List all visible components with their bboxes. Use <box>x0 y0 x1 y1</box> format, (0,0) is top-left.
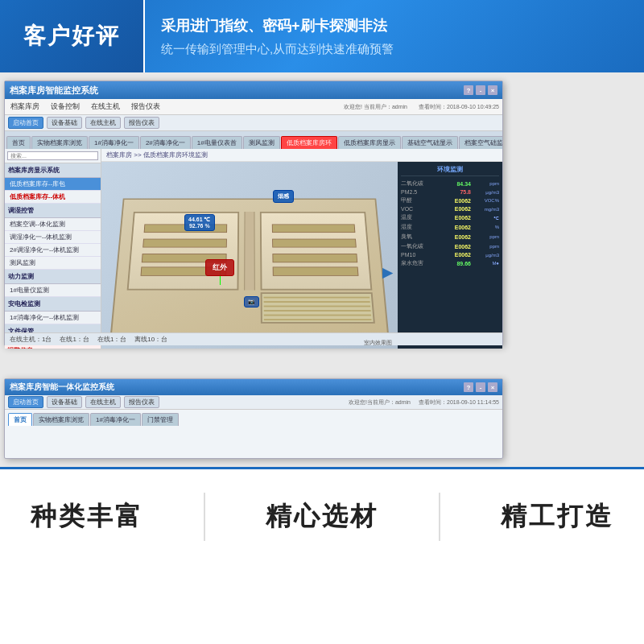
sw2-toolbar: 启动首页 设备基础 在线主机 报告仪表 欢迎您!当前用户：admin 查看时间：… <box>5 395 502 410</box>
env-label-voc-label: 甲醛 <box>401 196 439 204</box>
sidebar-item-env-monitor[interactable]: 低质档案库存--体机 <box>5 191 101 204</box>
env-value-water: 89.66 <box>439 261 471 266</box>
tab-low-quality-display[interactable]: 低质档案库房显示 <box>338 136 401 149</box>
close-button[interactable]: × <box>488 85 497 95</box>
status-online-hosts: 在线主机：1台 <box>10 335 52 344</box>
sidebar-section-humidity: 调湿控管 <box>5 204 101 218</box>
sw2-tab-door[interactable]: 门禁管理 <box>142 413 179 426</box>
env-value-co2: 84.34 <box>439 181 471 187</box>
tab-disinfect1[interactable]: 1#消毒净化一 <box>89 136 139 149</box>
env-value-voc: E0062 <box>439 206 471 212</box>
tab-air-monitor[interactable]: 档案空气础监测 <box>459 136 502 149</box>
env-label-co: 一氧化碳 <box>401 242 439 250</box>
env-value-co: E0062 <box>439 244 471 250</box>
sw2-help-button[interactable]: ? <box>464 382 473 392</box>
env-unit-pm25: μg/m3 <box>471 190 499 195</box>
menu-item-archives[interactable]: 档案库房 <box>8 101 42 112</box>
sidebar-item-wind[interactable]: 测风监测 <box>5 257 101 270</box>
env-label-ozone: 臭氧 <box>401 233 439 241</box>
env-label-voc: VOC <box>401 206 439 212</box>
minimize-button[interactable]: - <box>476 85 485 95</box>
feature-material: 精心选材 <box>266 499 378 535</box>
env-unit-pm10: μg/m3 <box>471 253 499 258</box>
tab-power[interactable]: 1#电量仪表首 <box>192 136 242 149</box>
sw2-toolbar-btn-home[interactable]: 启动首页 <box>8 396 43 408</box>
feature-craft-text: 精工打造 <box>501 499 613 535</box>
software-window-2: 档案库房智能一体化监控系统 ? - × 启动首页 设备基础 在线主机 报告仪表 … <box>4 378 503 459</box>
env-label-co2: 二氧化碳 <box>401 180 439 188</box>
sidebar-item-humid1[interactable]: 调湿净化一--体机监测 <box>5 231 101 244</box>
sensor-infrared-label: 红外 <box>213 263 227 271</box>
customer-review-label: 客户好评 <box>23 21 120 52</box>
sw2-tab-disinfect[interactable]: 1#消毒净化一 <box>90 413 141 426</box>
env-unit-water: M● <box>471 261 499 266</box>
sw1-3d-area: 44.61 ℃ 92.76 % 红外 烟感 <box>101 162 398 349</box>
env-unit-ozone: ppm <box>471 234 499 239</box>
sw1-content: 档案库房 >> 低质档案库房环境监测 <box>101 149 502 349</box>
env-value-humidity: E0062 <box>439 225 471 230</box>
env-value-pm10: E0062 <box>439 252 471 258</box>
sw2-toolbar-btn-device[interactable]: 设备基础 <box>47 396 82 408</box>
env-row-voc2: VOC E0062 mg/m3 <box>401 206 499 212</box>
sw2-tab-home[interactable]: 首页 <box>8 413 32 426</box>
env-unit-humidity: % <box>471 225 499 229</box>
sw2-close-button[interactable]: × <box>488 382 497 392</box>
sidebar-item-ac[interactable]: 档案空调--体化监测 <box>5 218 101 231</box>
toolbar-btn-online[interactable]: 在线主机 <box>85 117 121 129</box>
sidebar-item-power[interactable]: 1#电量仪监测 <box>5 284 101 297</box>
env-row-temp: 温度 E0062 ℃ <box>401 213 499 221</box>
sw2-body: 首页 实物档案库浏览 1#消毒净化一 门禁管理 <box>5 410 502 431</box>
tab-disinfect2[interactable]: 2#消毒净化一 <box>140 136 191 149</box>
env-label-humidity: 湿度 <box>401 223 439 231</box>
env-row-co2: 二氧化碳 84.34 ppm <box>401 180 499 188</box>
sidebar-section-electric: 安电检监测 <box>5 297 101 312</box>
nav-arrow-right[interactable]: ▶ <box>382 265 392 280</box>
tab-home[interactable]: 首页 <box>6 136 31 149</box>
sw1-window-controls[interactable]: ? - × <box>464 85 497 95</box>
sw1-statusbar: 在线主机：1台 在线1：台 在线1：台 离线10：台 <box>5 332 502 345</box>
sidebar-search[interactable] <box>7 151 98 160</box>
tab-physical[interactable]: 实物档案库浏览 <box>31 136 88 149</box>
tab-wind[interactable]: 测风监测 <box>243 136 280 149</box>
env-unit-temp: ℃ <box>471 215 499 221</box>
sidebar-section-display: 档案库房显示系统 <box>5 163 101 178</box>
divider-1 <box>204 493 205 541</box>
sensor-temp-value: 44.61 ℃ <box>188 217 210 223</box>
alarm-title: 报警信息(4/6) <box>7 346 98 349</box>
sidebar-item-disinfect[interactable]: 1#消毒净化一--体机监测 <box>5 312 101 324</box>
tab-low-quality-env[interactable]: 低质档案库房环 <box>281 136 337 149</box>
sw2-toolbar-btn-report[interactable]: 报告仪表 <box>124 396 159 408</box>
status-offline: 离线10：台 <box>134 335 167 344</box>
software-window-1: 档案库房智能监控系统 ? - × 档案库房 设备控制 在线主机 报告仪表 欢迎您… <box>4 80 503 346</box>
sw2-titlebar: 档案库房智能一体化监控系统 ? - × <box>5 379 502 395</box>
sensor-smoke-label: 烟感 <box>278 193 289 199</box>
sw2-minimize-button[interactable]: - <box>476 382 485 392</box>
help-button[interactable]: ? <box>464 85 473 95</box>
env-row-water: 泉水危害 89.66 M● <box>401 259 499 267</box>
bottom-banner: 种类丰富 精心选材 精工打造 <box>0 467 644 564</box>
tab-air-display[interactable]: 基础空气础显示 <box>402 136 458 149</box>
env-row-humidity: 湿度 E0062 % <box>401 223 499 231</box>
menu-item-online[interactable]: 在线主机 <box>89 101 122 112</box>
sw2-toolbar-btn-online[interactable]: 在线主机 <box>85 396 121 408</box>
env-unit-co2: ppm <box>471 181 499 186</box>
top-banner: 客户好评 采用进门指纹、密码+刷卡探测非法 统一传输到管理中心,从而达到快速准确… <box>0 0 644 72</box>
feature-craft: 精工打造 <box>501 499 613 535</box>
toolbar-btn-device[interactable]: 设备基础 <box>47 117 82 129</box>
sw2-header-time: 查看时间：2018-09-10 11:14:55 <box>419 398 499 407</box>
toolbar-btn-home[interactable]: 启动首页 <box>8 117 43 129</box>
sw1-sidebar: 档案库房显示系统 低质档案库存--库包 低质档案库存--体机 调湿控管 档案空调… <box>5 149 101 349</box>
menu-item-report[interactable]: 报告仪表 <box>129 101 163 112</box>
sensor-temp-humidity: 44.61 ℃ 92.76 % <box>184 214 214 231</box>
status-online1: 在线1：台 <box>60 335 89 344</box>
sidebar-item-low-quality[interactable]: 低质档案库存--库包 <box>5 178 101 191</box>
sw1-menubar: 档案库房 设备控制 在线主机 报告仪表 欢迎您! 当前用户：admin 查看时间… <box>5 99 502 115</box>
sidebar-section-power: 动力监测 <box>5 270 101 284</box>
toolbar-btn-report[interactable]: 报告仪表 <box>124 117 159 129</box>
breadcrumb-text: 档案库房 >> 低质档案库房环境监测 <box>106 151 208 159</box>
sidebar-item-humid2[interactable]: 2#调湿净化一--体机监测 <box>5 244 101 257</box>
sw2-tab-physical[interactable]: 实物档案库浏览 <box>33 413 89 426</box>
sensor-camera: 📷 <box>244 296 259 308</box>
env-row-pm25: PM2.5 75.8 μg/m3 <box>401 189 499 195</box>
menu-item-device[interactable]: 设备控制 <box>48 101 82 112</box>
